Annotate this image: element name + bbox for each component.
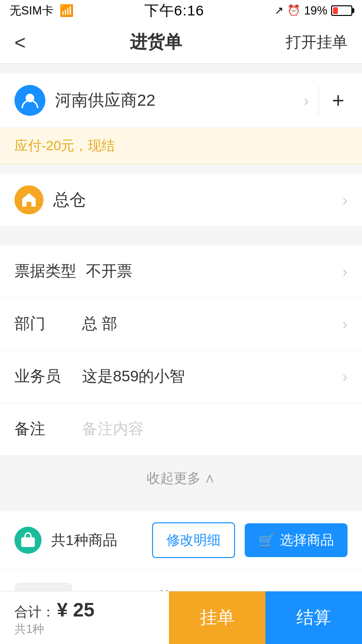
warehouse-icon	[14, 185, 43, 214]
dept-label: 部门	[14, 313, 72, 335]
select-product-button[interactable]: 🛒 选择商品	[245, 523, 348, 557]
edit-detail-button[interactable]: 修改明细	[152, 522, 235, 558]
total-label: 合计：	[14, 603, 55, 621]
add-supplier-button[interactable]: +	[319, 86, 348, 115]
cart-icon	[19, 532, 37, 549]
checkout-button[interactable]: 结算	[265, 591, 362, 644]
total-amount: ¥ 25	[57, 599, 95, 621]
products-count: 共1种商品	[51, 531, 152, 550]
back-button[interactable]: <	[14, 33, 26, 52]
open-pending-button[interactable]: 打开挂单	[286, 32, 348, 53]
invoice-label: 票据类型	[14, 261, 76, 282]
notice-bar: 应付-20元，现结	[0, 128, 362, 164]
status-time: 下午6:16	[144, 1, 204, 21]
dept-row[interactable]: 部门 总 部 ›	[0, 298, 362, 350]
sales-chevron-icon: ›	[342, 368, 348, 386]
products-icon	[14, 527, 42, 554]
supplier-avatar	[14, 85, 45, 116]
select-product-icon: 🛒	[258, 532, 275, 548]
status-bar: 无SIM卡 📶 下午6:16 ↗ ⏰ 19%	[0, 0, 362, 21]
location-icon: ↗	[275, 4, 283, 17]
sales-label: 业务员	[14, 366, 72, 387]
svg-rect-1	[27, 202, 31, 207]
top-divider	[0, 64, 362, 73]
status-right: ↗ ⏰ 19%	[275, 4, 352, 17]
remark-label: 备注	[14, 419, 72, 440]
supplier-section: 河南供应商22 › + 应付-20元，现结	[0, 73, 362, 164]
invoice-chevron-icon: ›	[342, 263, 348, 280]
total-section: 合计： ¥ 25 共1种	[0, 591, 169, 644]
collapse-button[interactable]: 收起更多 ∧	[0, 456, 362, 501]
remark-row[interactable]: 备注 备注内容	[0, 403, 362, 456]
warehouse-section: 总仓 ›	[0, 174, 362, 226]
divider-2	[0, 226, 362, 236]
total-count: 共1种	[14, 621, 154, 637]
nav-bar: < 进货单 打开挂单	[0, 21, 362, 64]
sales-value: 这是859的小智	[72, 366, 337, 387]
hang-button[interactable]: 挂单	[169, 591, 265, 644]
form-section: 票据类型 不开票 › 部门 总 部 › 业务员 这是859的小智 › 备注 备注…	[0, 245, 362, 456]
bottom-bar: 合计： ¥ 25 共1种 挂单 结算	[0, 591, 362, 644]
invoice-row[interactable]: 票据类型 不开票 ›	[0, 245, 362, 298]
battery-icon	[331, 5, 352, 16]
warehouse-row[interactable]: 总仓 ›	[0, 174, 362, 226]
person-icon	[20, 91, 40, 110]
collapse-label: 收起更多 ∧	[147, 469, 216, 488]
supplier-name[interactable]: 河南供应商22	[55, 89, 299, 112]
sales-row[interactable]: 业务员 这是859的小智 ›	[0, 350, 362, 403]
house-icon	[20, 191, 38, 209]
alarm-icon: ⏰	[287, 4, 300, 17]
carrier-label: 无SIM卡	[10, 3, 54, 18]
divider-1	[0, 164, 362, 174]
dept-chevron-icon: ›	[342, 315, 348, 333]
dept-value: 总 部	[72, 313, 337, 335]
warehouse-name: 总仓	[53, 189, 337, 211]
page-title: 进货单	[130, 30, 182, 54]
notice-text: 应付-20元，现结	[14, 138, 115, 153]
svg-rect-2	[21, 537, 35, 547]
status-left: 无SIM卡 📶	[10, 3, 74, 18]
warehouse-chevron-icon: ›	[342, 191, 348, 209]
invoice-value: 不开票	[76, 261, 337, 282]
remark-input[interactable]: 备注内容	[72, 419, 348, 440]
products-header: 共1种商品 修改明细 🛒 选择商品	[0, 511, 362, 570]
supplier-chevron-icon: ›	[304, 92, 309, 110]
supplier-row: 河南供应商22 › +	[0, 73, 362, 128]
wifi-icon: 📶	[59, 4, 74, 17]
battery-percent: 19%	[304, 4, 327, 17]
